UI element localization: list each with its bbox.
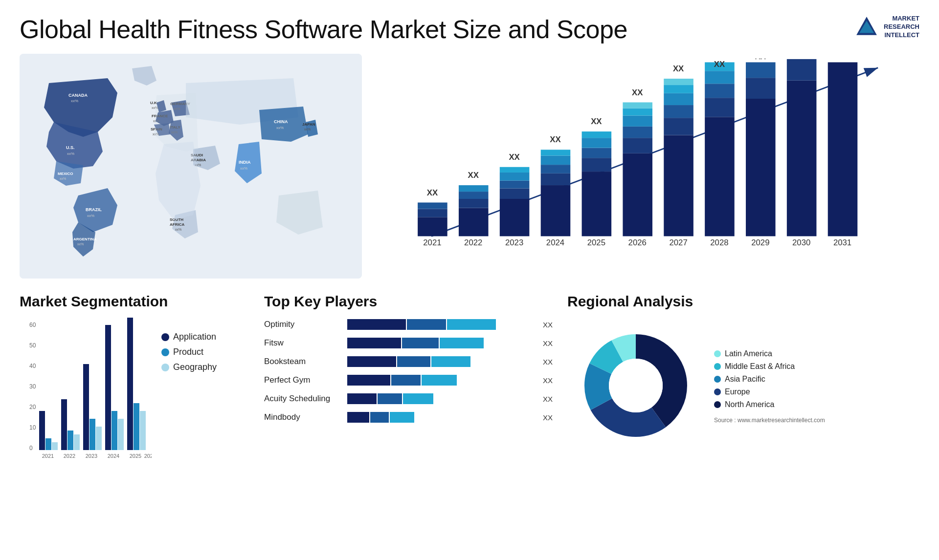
svg-rect-62: [582, 172, 612, 236]
svg-rect-135: [347, 338, 401, 348]
donut-wrap: [567, 317, 704, 456]
svg-rect-116: [74, 434, 80, 450]
player-bar-optimity: [347, 317, 538, 332]
svg-text:2026: 2026: [628, 238, 647, 247]
player-row-optimity: Optimity XX: [264, 317, 558, 332]
svg-text:0: 0: [29, 445, 33, 452]
svg-text:XX: XX: [591, 117, 602, 126]
svg-text:CHINA: CHINA: [274, 119, 288, 124]
svg-text:2024: 2024: [108, 453, 119, 459]
reg-dot-asia-pacific: [714, 376, 721, 383]
svg-rect-45: [459, 185, 489, 192]
svg-rect-37: [418, 217, 447, 236]
svg-text:AFRICA: AFRICA: [170, 222, 184, 227]
player-value-mindbody: XX: [543, 413, 558, 422]
svg-rect-136: [402, 338, 439, 348]
source-text: Source : www.marketresearchintellect.com: [714, 417, 825, 424]
legend-item-geography: Geography: [161, 362, 217, 372]
svg-rect-133: [407, 319, 446, 330]
player-bar-booksteam: [347, 354, 538, 369]
svg-text:INDIA: INDIA: [239, 160, 251, 165]
svg-rect-82: [664, 79, 693, 85]
svg-text:ARGENTINA: ARGENTINA: [73, 237, 97, 241]
svg-text:50: 50: [29, 342, 36, 349]
svg-rect-126: [127, 318, 133, 450]
reg-legend-middle-east: Middle East & Africa: [714, 362, 825, 371]
svg-rect-73: [623, 108, 652, 116]
legend-dot-product: [161, 348, 169, 356]
player-name-acuity: Acuity Scheduling: [264, 394, 342, 404]
donut-chart: [567, 317, 704, 454]
svg-rect-57: [541, 165, 571, 173]
svg-rect-144: [347, 393, 377, 404]
svg-rect-85: [705, 117, 735, 236]
reg-dot-europe: [714, 388, 721, 395]
player-name-fitsw: Fitsw: [264, 338, 342, 348]
player-row-acuity: Acuity Scheduling XX: [264, 391, 558, 406]
svg-rect-146: [403, 393, 433, 404]
svg-text:XX: XX: [632, 88, 643, 97]
segmentation-chart-svg: 60 50 40 30 20 10 0 2021: [20, 317, 152, 464]
svg-rect-143: [422, 375, 457, 386]
reg-label-latin-america: Latin America: [725, 349, 772, 358]
player-value-optimity: XX: [543, 321, 558, 329]
svg-rect-77: [664, 135, 693, 237]
logo-icon: [854, 15, 879, 39]
reg-label-asia-pacific: Asia Pacific: [725, 375, 765, 384]
svg-rect-72: [623, 115, 652, 126]
svg-text:2030: 2030: [792, 238, 810, 247]
logo-text: MARKET RESEARCH INTELLECT: [884, 15, 919, 40]
svg-rect-123: [112, 411, 117, 450]
svg-rect-80: [664, 93, 693, 105]
bottom-section: Market Segmentation 60 50 40 30 20 10 0: [20, 293, 919, 489]
key-players-area: Top Key Players Optimity XX Fitsw: [264, 293, 558, 489]
svg-rect-92: [746, 78, 776, 99]
player-row-mindbody: Mindbody XX: [264, 410, 558, 425]
page-title: Global Health Fitness Software Market Si…: [20, 15, 627, 44]
reg-dot-middle-east: [714, 363, 721, 370]
svg-rect-137: [440, 338, 484, 348]
svg-text:2027: 2027: [669, 238, 687, 247]
legend-label-geography: Geography: [173, 362, 217, 372]
svg-rect-145: [378, 393, 402, 404]
player-row-perfectgym: Perfect Gym XX: [264, 373, 558, 388]
svg-rect-69: [623, 153, 652, 237]
reg-legend-asia-pacific: Asia Pacific: [714, 375, 825, 384]
svg-rect-59: [541, 150, 571, 155]
svg-text:JAPAN: JAPAN: [302, 122, 315, 127]
svg-text:U.S.: U.S.: [66, 145, 75, 150]
bar-chart-area: XX 2021 XX 2022 XX 2023: [372, 54, 919, 279]
svg-text:2025: 2025: [587, 238, 605, 247]
svg-rect-65: [582, 138, 612, 148]
svg-text:2029: 2029: [751, 238, 769, 247]
player-name-optimity: Optimity: [264, 320, 342, 329]
svg-text:xx%: xx%: [240, 166, 247, 171]
svg-text:40: 40: [29, 363, 36, 369]
svg-text:20: 20: [29, 404, 36, 410]
regional-legend: Latin America Middle East & Africa Asia …: [714, 349, 825, 424]
svg-rect-111: [45, 438, 51, 450]
svg-rect-39: [418, 202, 447, 209]
segment-area: Market Segmentation 60 50 40 30 20 10 0: [20, 293, 254, 489]
reg-legend-latin-america: Latin America: [714, 349, 825, 358]
svg-rect-119: [89, 419, 95, 450]
svg-rect-55: [541, 185, 571, 236]
svg-text:10: 10: [29, 424, 36, 431]
reg-legend-europe: Europe: [714, 388, 825, 396]
reg-dot-latin-america: [714, 350, 721, 357]
svg-rect-124: [118, 419, 124, 450]
legend-dot-application: [161, 333, 169, 341]
reg-label-middle-east: Middle East & Africa: [725, 362, 795, 371]
svg-rect-56: [541, 173, 571, 185]
svg-text:XX: XX: [714, 60, 725, 69]
regional-content: Latin America Middle East & Africa Asia …: [567, 317, 919, 456]
svg-text:CANADA: CANADA: [68, 93, 88, 98]
svg-rect-42: [459, 208, 489, 237]
svg-rect-149: [390, 412, 414, 423]
svg-rect-91: [746, 99, 776, 236]
svg-text:BRAZIL: BRAZIL: [86, 207, 102, 212]
svg-rect-148: [370, 412, 389, 423]
player-name-mindbody: Mindbody: [264, 412, 342, 422]
svg-text:2021: 2021: [42, 453, 54, 459]
svg-text:xx%: xx%: [276, 126, 284, 130]
